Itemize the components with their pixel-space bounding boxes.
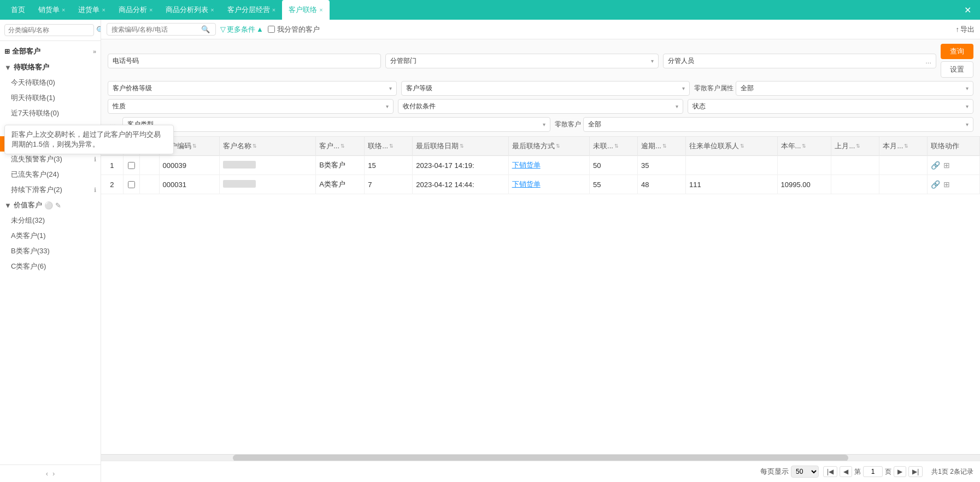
nav-product-analysis-list[interactable]: 商品分析列表 × xyxy=(159,0,220,20)
horizontal-scrollbar[interactable] xyxy=(101,454,980,461)
sort-historical-icon[interactable]: ⇅ xyxy=(740,143,744,149)
sidebar-item-ungrouped[interactable]: 未分组(32) xyxy=(0,213,101,228)
sidebar-item-declining[interactable]: 持续下滑客户(2) ℹ xyxy=(0,182,101,198)
first-page-btn[interactable]: |◀ xyxy=(823,466,837,477)
sidebar-search-icon[interactable]: 🔍 xyxy=(96,26,101,34)
my-customers-label[interactable]: 我分管的客户 xyxy=(268,25,320,34)
last-page-btn[interactable]: ▶| xyxy=(908,466,923,477)
filter-price-level[interactable]: 客户价格等级 ▾ xyxy=(108,81,397,96)
export-button[interactable]: ↑ 导出 xyxy=(956,25,975,34)
row-1-index: 1 xyxy=(101,156,123,175)
sort-code-icon[interactable]: ⇅ xyxy=(192,143,197,149)
filter-manager[interactable]: 分管人员 ... xyxy=(663,54,936,68)
sidebar-scroll-right[interactable]: › xyxy=(52,469,55,478)
all-customers-header[interactable]: ⊞ 全部客户 » xyxy=(0,43,101,60)
sidebar-item-tomorrow[interactable]: 明天待联络(1) xyxy=(0,90,101,106)
current-page-input[interactable] xyxy=(863,466,883,477)
next-page-btn[interactable]: ▶ xyxy=(894,466,906,477)
filter-dept[interactable]: 分管部门 ▾ xyxy=(385,54,659,68)
my-customers-checkbox[interactable] xyxy=(268,26,275,33)
row-2-name xyxy=(219,175,315,194)
page-size-dropdown[interactable]: 50 100 200 xyxy=(791,466,819,478)
sidebar-item-7days[interactable]: 近7天待联络(0) xyxy=(0,106,101,121)
filter-scattered-customer: 零散客户 全部 ▾ xyxy=(555,117,973,132)
sidebar-item-class-b[interactable]: B类客户(33) xyxy=(0,243,101,259)
row-2-checkbox[interactable] xyxy=(128,181,135,188)
nav-purchase-order[interactable]: 进货单 × xyxy=(72,0,112,20)
nav-customer-contact[interactable]: 客户联络 × xyxy=(282,0,329,20)
page-size-select: 每页显示 50 100 200 xyxy=(760,466,819,478)
sidebar-item-today[interactable]: 今天待联络(0) xyxy=(0,75,101,90)
row-2-grid-icon[interactable]: ⊞ xyxy=(943,180,950,189)
sidebar-item-churned[interactable]: 已流失客户(24) xyxy=(0,167,101,182)
edit-pencil-icon[interactable]: ✎ xyxy=(55,201,61,210)
sort-this-year-icon[interactable]: ⇅ xyxy=(802,143,806,149)
row-1-checkbox-cell xyxy=(123,156,139,175)
search-input[interactable] xyxy=(112,26,199,33)
filter-bar: 🔍 ▽ 更多条件 ▲ 我分管的客户 ↑ 导出 xyxy=(101,20,980,39)
row-2-uncontacted: 55 xyxy=(590,175,638,194)
sidebar-item-class-c[interactable]: C类客户(6) xyxy=(0,259,101,274)
row-1-link-icon[interactable]: 🔗 xyxy=(931,161,940,170)
search-icon[interactable]: 🔍 xyxy=(201,25,210,33)
filter-icon: ▽ xyxy=(220,25,226,33)
filter-scattered-attr: 零散客户属性 全部 ▾ xyxy=(694,81,973,96)
window-close-button[interactable]: ✕ xyxy=(960,5,976,15)
filter-customer-level[interactable]: 客户等级 ▾ xyxy=(401,81,690,96)
filter-scattered-attr-select[interactable]: 全部 ▾ xyxy=(736,81,973,96)
sort-overdue-icon[interactable]: ⇅ xyxy=(662,143,667,149)
nav-purchase-order-close[interactable]: × xyxy=(102,7,105,13)
sort-method-icon[interactable]: ⇅ xyxy=(556,143,560,149)
sidebar-search-input[interactable] xyxy=(4,24,94,36)
pending-contact-section[interactable]: ▼ 待联络客户 xyxy=(0,60,101,75)
nav-home[interactable]: 首页 xyxy=(4,0,32,20)
edit-icon[interactable]: ⚪ xyxy=(44,201,53,210)
sidebar-scroll-left[interactable]: ‹ xyxy=(46,469,48,478)
prev-page-btn[interactable]: ◀ xyxy=(840,466,852,477)
col-overdue: 逾期... ⇅ xyxy=(638,137,686,156)
sidebar-item-class-a[interactable]: A类客户(1) xyxy=(0,228,101,243)
filter-actions-1: 查询 设置 xyxy=(941,44,973,78)
more-conditions-btn[interactable]: ▽ 更多条件 ▲ xyxy=(220,25,263,34)
nav-customer-contact-close[interactable]: × xyxy=(319,7,322,13)
filter-nature[interactable]: 性质 ▾ xyxy=(108,99,394,114)
row-1-checkbox[interactable] xyxy=(128,162,135,169)
sort-this-month-icon[interactable]: ⇅ xyxy=(904,143,908,149)
row-2-link-icon[interactable]: 🔗 xyxy=(931,180,940,189)
nav-product-analysis-close[interactable]: × xyxy=(149,7,152,13)
collapse-icon[interactable]: » xyxy=(93,48,96,55)
row-2-last-method[interactable]: 下销货单 xyxy=(508,175,589,194)
status-dropdown-icon: ▾ xyxy=(966,103,969,109)
nav-product-analysis-list-close[interactable]: × xyxy=(210,7,214,13)
settings-button[interactable]: 设置 xyxy=(941,61,973,78)
sort-contact-icon[interactable]: ⇅ xyxy=(389,143,394,149)
nav-customer-segment-close[interactable]: × xyxy=(272,7,275,13)
query-button[interactable]: 查询 xyxy=(941,44,973,59)
nav-customer-segment[interactable]: 客户分层经营 × xyxy=(221,0,282,20)
filter-payment[interactable]: 收付款条件 ▾ xyxy=(398,99,684,114)
filter-customer-type[interactable]: 客户类型 ▾ xyxy=(122,117,551,132)
row-1-grid-icon[interactable]: ⊞ xyxy=(943,161,950,170)
sort-last-month-icon[interactable]: ⇅ xyxy=(856,143,860,149)
sort-type-icon[interactable]: ⇅ xyxy=(341,143,345,149)
search-input-wrap[interactable]: 🔍 xyxy=(107,23,216,36)
value-customer-header: ▼ 价值客户 ⚪ ✎ xyxy=(0,198,101,213)
sort-date-icon[interactable]: ⇅ xyxy=(460,143,464,149)
row-2-code: 000031 xyxy=(159,175,219,194)
export-icon: ↑ xyxy=(956,25,960,33)
nav-sales-order[interactable]: 销货单 × xyxy=(32,0,72,20)
nav-product-analysis[interactable]: 商品分析 × xyxy=(112,0,159,20)
filter-scattered-customer-select[interactable]: 全部 ▾ xyxy=(583,117,973,132)
customer-type-dropdown-icon: ▾ xyxy=(543,121,545,127)
col-last-month: 上月... ⇅ xyxy=(831,137,879,156)
sort-name-icon[interactable]: ⇅ xyxy=(253,143,257,149)
nav-sales-order-close[interactable]: × xyxy=(62,7,65,13)
sidebar: 🔍 ⊞ 全部客户 » ▼ 待联络客户 今天待联络(0) 明天待联络(1) 近7天… xyxy=(0,20,101,482)
filter-status[interactable]: 状态 ▾ xyxy=(688,99,973,114)
col-customer-name: 客户名称 ⇅ xyxy=(219,137,315,156)
filter-phone[interactable]: 电话号码 xyxy=(108,54,381,68)
row-2-this-year: 10995.00 xyxy=(777,175,831,194)
manager-more-btn[interactable]: ... xyxy=(925,57,931,65)
sort-uncontacted-icon[interactable]: ⇅ xyxy=(614,143,619,149)
row-1-last-method[interactable]: 下销货单 xyxy=(508,156,589,175)
